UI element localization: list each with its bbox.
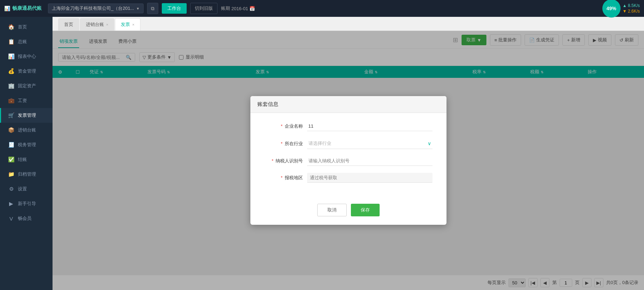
industry-select[interactable]: 请选择行业 ∨ [307,138,432,149]
assets-icon: 🏢 [8,83,14,89]
sidebar-label-tax: 税务管理 [18,142,36,148]
speed-percent: 49% [607,6,616,11]
sidebar-label-settings: 设置 [18,186,27,192]
sidebar-label-assets: 固定资产 [18,83,36,89]
ledger-icon: 📋 [8,39,14,45]
workbench-button[interactable]: 工作台 [162,3,187,14]
top-bar: 📊 畅康通易代账 上海卯金刀电子科技有限公司_（台201... ▼ ⧉ 工作台 … [0,0,644,17]
purchase-sales-icon: 📦 [8,127,14,133]
form-row-company: * 企业名称 [264,121,432,131]
invoice-icon: 🛒 [8,112,14,119]
sidebar-item-payroll[interactable]: 💼 工资 [0,93,53,108]
sidebar-label-close: 结账 [18,156,27,163]
sidebar-item-guide[interactable]: ▶ 新手引导 [0,196,53,211]
close-icon: ✅ [8,156,14,163]
tab-invoice[interactable]: 发票 × [115,18,140,31]
company-name: 上海卯金刀电子科技有限公司_（台201... [52,5,134,12]
sidebar-label-funds: 资金管理 [18,68,36,74]
sidebar-item-tax[interactable]: 🧾 税务管理 [0,137,53,152]
tab-home[interactable]: 首页 [58,18,79,31]
sidebar-label-reports: 报表中心 [18,53,36,60]
tax-region-label: * 报税地区 [264,175,303,181]
modal-body: * 企业名称 * 所在行业 请选择行业 [250,113,446,198]
app-layout: 🏠 首页 📋 总账 📊 报表中心 💰 资金管理 🏢 固定资产 💼 工资 🛒 发票… [0,17,644,290]
modal-footer: 取消 保存 [250,198,446,225]
industry-label-text: 所在行业 [285,141,303,146]
company-selector[interactable]: 上海卯金刀电子科技有限公司_（台201... ▼ [48,4,144,13]
industry-label: * 所在行业 [264,141,303,147]
tax-id-label-text: 纳税人识别号 [276,158,303,163]
sidebar-label-member: 畅会员 [18,215,32,222]
main-content: 首页 进销台账 × 发票 × 销项发票 进项发票 费用 [53,17,644,290]
calendar-icon[interactable]: 📅 [249,6,255,11]
sidebar-label-invoice: 发票管理 [18,112,36,119]
speed-up: ▲ 8.5K/s [623,3,640,8]
payroll-icon: 💼 [8,97,14,104]
speed-widget: 49% [602,0,621,18]
archive-icon: 📁 [8,171,14,177]
sidebar-label-payroll: 工资 [18,97,27,104]
tab-purchase-sales-label: 进销台账 [86,21,104,28]
home-icon: 🏠 [8,24,14,30]
form-row-tax-region: * 报税地区 [264,173,432,183]
speed-info: ▲ 8.5K/s ▼ 2.6K/s [623,3,640,14]
tab-purchase-sales[interactable]: 进销台账 × [80,18,114,31]
sidebar: 🏠 首页 📋 总账 📊 报表中心 💰 资金管理 🏢 固定资产 💼 工资 🛒 发票… [0,17,53,290]
funds-icon: 💰 [8,68,14,74]
sidebar-item-purchase-sales[interactable]: 📦 进销台账 [0,123,53,137]
sidebar-label-archive: 归档管理 [18,171,36,177]
member-icon: V [8,216,14,222]
sidebar-item-reports[interactable]: 📊 报表中心 [0,49,53,64]
company-name-label-text: 企业名称 [285,123,303,129]
modal-overlay: 账套信息 * 企业名称 [53,31,644,290]
tax-icon: 🧾 [8,142,14,148]
sidebar-item-home[interactable]: 🏠 首页 [0,20,53,34]
company-name-input[interactable] [307,121,432,131]
sidebar-label-ledger: 总账 [18,39,27,45]
modal-account-info: 账套信息 * 企业名称 [250,96,446,225]
tax-region-input [307,173,432,183]
form-row-industry: * 所在行业 请选择行业 ∨ [264,138,432,149]
period-text: 账期 [221,5,230,12]
app-logo: 📊 畅康通易代账 [4,5,42,12]
sidebar-label-purchase-sales: 进销台账 [18,127,36,133]
period-value: 2016-01 [231,6,248,11]
sidebar-item-member[interactable]: V 畅会员 [0,211,53,226]
tax-id-input[interactable] [307,156,432,166]
logo-text: 畅康通易代账 [12,5,42,12]
company-dropdown-arrow: ▼ [136,7,140,11]
tab-bar: 首页 进销台账 × 发票 × [53,17,644,31]
sidebar-item-ledger[interactable]: 📋 总账 [0,34,53,49]
sidebar-item-archive[interactable]: 📁 归档管理 [0,167,53,182]
modal-header: 账套信息 [250,96,446,113]
sidebar-item-funds[interactable]: 💰 资金管理 [0,64,53,79]
industry-placeholder: 请选择行业 [309,140,428,147]
company-name-label: * 企业名称 [264,123,303,129]
industry-dropdown-arrow[interactable]: ∨ [428,141,431,146]
copy-icon-btn[interactable]: ⧉ [147,3,158,14]
top-right-area: 49% ▲ 8.5K/s ▼ 2.6K/s [602,0,640,18]
logo-icon: 📊 [4,6,10,11]
tax-region-label-text: 报税地区 [285,175,303,180]
switch-old-button[interactable]: 切到旧版 [190,3,217,14]
sidebar-item-close[interactable]: ✅ 结账 [0,152,53,167]
sidebar-label-home: 首页 [18,24,27,30]
sidebar-item-settings[interactable]: ⚙ 设置 [0,182,53,196]
settings-icon: ⚙ [8,186,14,192]
sidebar-item-assets[interactable]: 🏢 固定资产 [0,79,53,93]
sidebar-item-invoice[interactable]: 🛒 发票管理 [0,108,53,123]
sidebar-label-guide: 新手引导 [18,201,36,207]
form-row-tax-id: * 纳税人识别号 [264,156,432,166]
speed-down: ▼ 2.6K/s [623,9,640,14]
reports-icon: 📊 [8,53,14,60]
tab-invoice-close[interactable]: × [132,22,134,27]
tax-id-label: * 纳税人识别号 [264,158,303,164]
period-label: 账期 2016-01 📅 [221,5,255,12]
content-area: 销项发票 进项发票 费用小票 ⊞ 取票 ▼ ≡ 批量操作 [53,31,644,290]
tab-purchase-sales-close[interactable]: × [106,22,108,27]
save-button[interactable]: 保存 [351,204,380,216]
guide-icon: ▶ [8,201,14,207]
tab-invoice-label: 发票 [121,21,130,28]
modal-title: 账套信息 [257,101,278,107]
cancel-button[interactable]: 取消 [317,204,347,216]
